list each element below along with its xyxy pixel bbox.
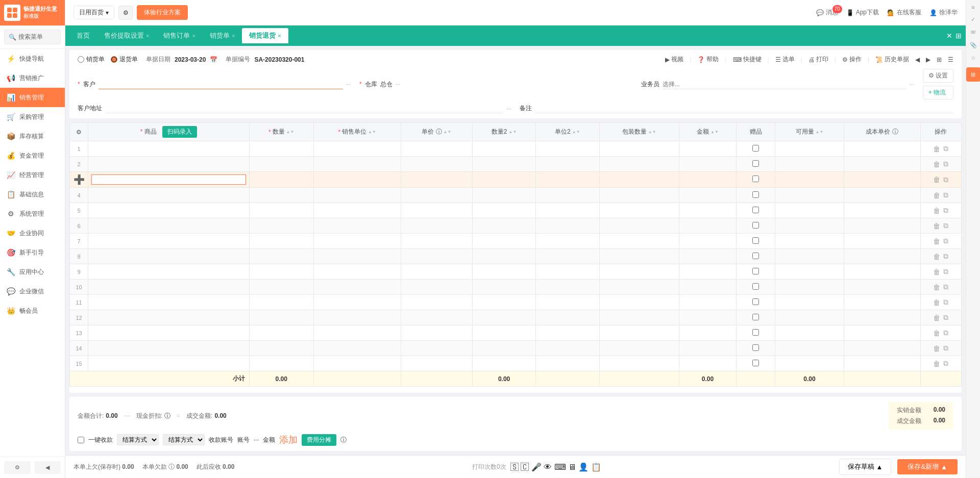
toolbar-grid-view[interactable]: ⊞ (937, 56, 942, 63)
row-10-copy-btn[interactable]: ⧉ (943, 283, 948, 291)
app-download-button[interactable]: 📱 App下载 (846, 8, 879, 17)
row-1-cost-price[interactable] (844, 141, 920, 157)
right-panel-icon-2[interactable]: ✓ (971, 16, 975, 23)
row-4-copy-btn[interactable]: ⧉ (943, 191, 948, 199)
toolbar-list-view[interactable]: ☰ (948, 56, 953, 63)
calendar-icon[interactable]: 📅 (210, 56, 217, 63)
pack-qty-sort[interactable]: 包装数量 ▲▼ (622, 128, 656, 136)
row-3-unit2[interactable] (536, 172, 599, 188)
toolbar-next[interactable]: ▶ (926, 56, 930, 63)
sidebar-item-shortcut[interactable]: ⚡ 快捷导航 (0, 49, 65, 68)
row-2-quantity2[interactable] (473, 157, 536, 172)
tab-sales-return-close[interactable]: × (278, 33, 281, 39)
sidebar-item-member[interactable]: 👑 畅会员 (0, 301, 65, 320)
sidebar-item-marketing[interactable]: 📢 营销推广 (0, 68, 65, 88)
header-gear-button[interactable]: ⚙ (118, 6, 133, 20)
toolbar-select[interactable]: ☰ 选单 (775, 55, 795, 64)
sidebar-item-inventory[interactable]: 📦 库存核算 (0, 127, 65, 146)
sales-unit-sort[interactable]: *销售单位 ▲▼ (338, 128, 376, 136)
warehouse-dots[interactable]: ··· (396, 81, 401, 88)
tab-price-setting[interactable]: 售价提取设置 × (97, 28, 156, 43)
row-3-sales-unit[interactable] (313, 172, 401, 188)
row-5-copy-btn[interactable]: ⧉ (943, 206, 948, 215)
amount-sort[interactable]: 金额 ▲▼ (697, 128, 719, 136)
row-3-gift-checkbox[interactable] (752, 175, 759, 182)
toolbar-video[interactable]: ▶ 视频 (665, 55, 683, 64)
sidebar-item-purchase[interactable]: 🛒 采购管理 (0, 107, 65, 127)
row-1-unit2[interactable] (536, 141, 599, 157)
row-14-copy-btn[interactable]: ⧉ (943, 344, 948, 353)
staff-dots[interactable]: ··· (910, 81, 915, 88)
row-3-product[interactable] (88, 172, 250, 188)
row-10-delete-btn[interactable]: 🗑 (933, 283, 940, 291)
row-3-copy-btn[interactable]: ⧉ (943, 175, 948, 184)
row-3-unit-price[interactable] (401, 172, 472, 188)
row-2-product[interactable] (88, 157, 250, 172)
tab-bar-expand-button[interactable]: ⊞ (955, 32, 962, 40)
row-3-available[interactable] (775, 172, 844, 188)
toolbar-help[interactable]: ❓ 帮助 (697, 55, 719, 64)
fee-split-button[interactable]: 费用分摊 (302, 434, 336, 446)
right-panel-icon-4[interactable]: 📎 (970, 42, 977, 48)
sidebar-item-operations[interactable]: 📈 经营管理 (0, 165, 65, 185)
right-panel-icon-6[interactable]: ⊞ (966, 67, 981, 82)
row-9-copy-btn[interactable]: ⧉ (943, 267, 948, 276)
row-7-copy-btn[interactable]: ⧉ (943, 237, 948, 245)
summary-method-select[interactable]: 结算方式 (163, 434, 205, 445)
calc-method-select[interactable]: 结算方式 (117, 434, 159, 445)
row-2-pack-qty[interactable] (599, 157, 679, 172)
row-2-sales-unit[interactable] (313, 157, 401, 172)
debit-info-icon[interactable]: ⓘ (168, 463, 175, 470)
toolbar-prev[interactable]: ◀ (915, 56, 920, 63)
row-1-product[interactable] (88, 141, 250, 157)
row-1-available[interactable] (775, 141, 844, 157)
add-row-button[interactable]: ➕ (74, 174, 85, 185)
row-7-delete-btn[interactable]: 🗑 (933, 237, 940, 245)
toolbar-operation[interactable]: ⚙ 操作 (842, 55, 862, 64)
add-payment-button[interactable]: 添加 (279, 434, 298, 446)
cash-discount-info-icon[interactable]: ⓘ (164, 412, 170, 420)
right-panel-icon-3[interactable]: ✉ (971, 29, 975, 36)
row-12-delete-btn[interactable]: 🗑 (933, 313, 940, 322)
sidebar-item-basic[interactable]: 📋 基础信息 (0, 185, 65, 204)
row-2-gift[interactable] (736, 157, 775, 172)
experience-button[interactable]: 体验行业方案 (137, 5, 188, 20)
row-13-copy-btn[interactable]: ⧉ (943, 329, 948, 337)
row-1-amount[interactable] (679, 141, 737, 157)
col-gear[interactable]: ⚙ (70, 123, 88, 141)
tab-bar-close-button[interactable]: ✕ (946, 32, 952, 40)
logistics-button[interactable]: + 物流 (923, 86, 953, 99)
row-2-cost-price[interactable] (844, 157, 920, 172)
tab-sales-order[interactable]: 销售订单 × (156, 28, 202, 43)
settings-button[interactable]: ⚙ 设置 (923, 69, 953, 83)
row-8-copy-btn[interactable]: ⧉ (943, 252, 948, 261)
sidebar-item-system[interactable]: ⚙ 系统管理 (0, 204, 65, 223)
unit-price-sort[interactable]: 单价 ⓘ ▲▼ (422, 128, 451, 136)
search-menu-button[interactable]: 🔍 搜索菜单 (4, 30, 61, 44)
quantity2-sort[interactable]: 数量2 ▲▼ (492, 128, 517, 136)
row-3-quantity[interactable] (249, 172, 313, 188)
sidebar-item-finance[interactable]: 💰 资金管理 (0, 146, 65, 165)
row-11-copy-btn[interactable]: ⧉ (943, 298, 948, 307)
row-15-delete-btn[interactable]: 🗑 (933, 359, 940, 368)
toolbar-print[interactable]: 🖨 打印 (808, 55, 828, 64)
tab-sales-delivery[interactable]: 销货单 × (203, 28, 242, 43)
save-draft-button[interactable]: 保存草稿 ▲ (839, 459, 892, 475)
address-dots[interactable]: ··· (506, 105, 511, 112)
row-2-unit-price[interactable] (401, 157, 472, 172)
row-14-delete-btn[interactable]: 🗑 (933, 344, 940, 353)
row-2-gift-checkbox[interactable] (752, 160, 759, 167)
row-1-quantity2[interactable] (473, 141, 536, 157)
fee-info-icon[interactable]: ⓘ (340, 436, 347, 444)
row-9-delete-btn[interactable]: 🗑 (933, 267, 940, 276)
row-1-unit-price[interactable] (401, 141, 472, 157)
user-profile-button[interactable]: 👤 徐泽华 (929, 8, 958, 17)
row-2-delete-btn[interactable]: 🗑 (933, 160, 940, 168)
address-input[interactable] (105, 104, 503, 113)
radio-sales-input[interactable] (78, 56, 84, 63)
account-dots[interactable]: ··· (254, 436, 259, 443)
staff-input[interactable] (663, 80, 906, 89)
online-service-button[interactable]: 💁 在线客服 (887, 8, 921, 17)
row-3-cost-price[interactable] (844, 172, 920, 188)
tab-price-setting-close[interactable]: × (146, 33, 149, 39)
